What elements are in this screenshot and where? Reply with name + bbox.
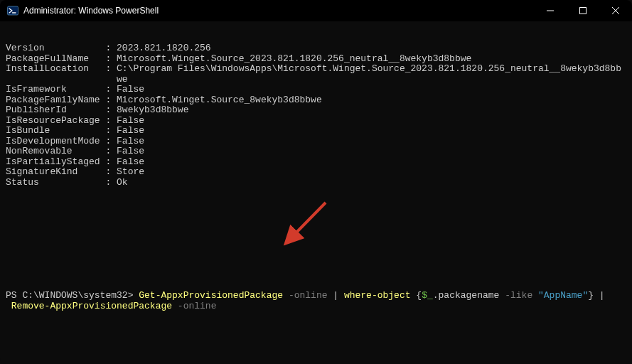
kv-sep: : <box>105 43 117 54</box>
kv-key: SignatureKind <box>6 167 105 178</box>
kv-value: 2023.821.1820.256 <box>117 43 211 54</box>
kv-key: IsFramework <box>6 85 105 95</box>
param-online-1: -online <box>283 290 327 301</box>
kv-key: IsPartiallyStaged <box>6 157 105 168</box>
window-title: Administrator: Windows PowerShell <box>23 6 159 16</box>
kv-row: IsPartiallyStaged : False <box>6 157 626 168</box>
minimize-button[interactable] <box>534 0 567 21</box>
kv-sep: : <box>105 167 117 178</box>
kv-key: Version <box>6 43 105 54</box>
pipe-1: | <box>328 290 344 301</box>
brace-open: { <box>411 290 422 301</box>
kv-value: Store <box>117 167 144 178</box>
kv-key: IsDevelopmentMode <box>6 136 105 147</box>
cmdlet-remove: Remove-AppxProvisionedPackage <box>6 301 172 311</box>
kv-value: Microsoft.Winget.Source_8wekyb3d8bbwe <box>117 95 322 106</box>
kv-key: IsBundle <box>6 126 105 136</box>
kv-value: False <box>117 146 144 157</box>
string-appname: "AppName" <box>538 290 588 301</box>
kv-key: NonRemovable <box>6 146 105 157</box>
window-controls <box>534 0 632 21</box>
kv-key: InstallLocation <box>6 64 105 85</box>
kv-value: False <box>117 116 144 127</box>
kv-sep: : <box>105 116 117 127</box>
titlebar[interactable]: Administrator: Windows PowerShell <box>0 0 632 21</box>
kv-sep: : <box>105 136 117 147</box>
brace-close: } <box>588 290 594 301</box>
kv-sep: : <box>105 146 117 157</box>
kv-sep: : <box>105 85 117 95</box>
kv-value: False <box>117 126 144 136</box>
kv-row: IsResourcePackage : False <box>6 116 626 127</box>
powershell-icon <box>7 5 18 16</box>
kv-row: IsFramework : False <box>6 85 626 95</box>
prompt-line: PS C:\WINDOWS\system32> Get-AppxProvisio… <box>6 291 626 311</box>
svg-rect-0 <box>8 6 18 15</box>
kv-row: SignatureKind : Store <box>6 167 626 178</box>
param-online-2: -online <box>172 301 216 311</box>
kv-key: PackageFamilyName <box>6 95 105 106</box>
cmdlet-get: Get-AppxProvisionedPackage <box>139 290 283 301</box>
kv-sep: : <box>105 105 117 116</box>
kv-value: False <box>117 136 144 147</box>
kv-row: Status : Ok <box>6 178 626 188</box>
title-left: Administrator: Windows PowerShell <box>7 5 159 16</box>
kv-row: Version : 2023.821.1820.256 <box>6 43 626 54</box>
powershell-window: Administrator: Windows PowerShell Versio… <box>0 0 632 364</box>
kv-value: 8wekyb3d8bbwe <box>117 105 188 116</box>
kv-row: IsDevelopmentMode : False <box>6 136 626 147</box>
kv-value: Microsoft.Winget.Source_2023.821.1820.25… <box>117 54 471 65</box>
kv-row: PackageFamilyName : Microsoft.Winget.Sou… <box>6 95 626 106</box>
kv-value: C:\Program Files\WindowsApps\Microsoft.W… <box>117 64 626 85</box>
kv-sep: : <box>105 54 117 65</box>
kv-sep: : <box>105 126 117 136</box>
kv-sep: : <box>105 64 117 85</box>
blank-gap <box>6 219 626 250</box>
kv-key: PublisherId <box>6 105 105 116</box>
package-info-block: Version : 2023.821.1820.256PackageFullNa… <box>6 43 626 188</box>
kv-value: Ok <box>117 178 128 188</box>
kv-key: IsResourcePackage <box>6 116 105 127</box>
kv-value: False <box>117 157 144 168</box>
prop-packagename: .packagename <box>433 290 500 301</box>
maximize-button[interactable] <box>567 0 599 21</box>
param-like: -like <box>499 290 538 301</box>
close-button[interactable] <box>599 0 632 21</box>
kv-row: NonRemovable : False <box>6 146 626 157</box>
terminal-output[interactable]: Version : 2023.821.1820.256PackageFullNa… <box>0 21 632 364</box>
pipe-2: | <box>594 290 610 301</box>
pipeline-var: $_ <box>422 290 433 301</box>
cmdlet-where: where-object <box>344 290 411 301</box>
kv-row: PublisherId : 8wekyb3d8bbwe <box>6 105 626 116</box>
kv-key: PackageFullName <box>6 54 105 65</box>
kv-value: False <box>117 85 144 95</box>
kv-sep: : <box>105 178 117 188</box>
kv-key: Status <box>6 178 105 188</box>
kv-sep: : <box>105 95 117 106</box>
kv-row: PackageFullName : Microsoft.Winget.Sourc… <box>6 54 626 65</box>
prompt-prefix: PS C:\WINDOWS\system32> <box>6 290 139 301</box>
kv-sep: : <box>105 157 117 168</box>
kv-row: InstallLocation : C:\Program Files\Windo… <box>6 64 626 85</box>
svg-rect-3 <box>580 8 587 14</box>
kv-row: IsBundle : False <box>6 126 626 136</box>
